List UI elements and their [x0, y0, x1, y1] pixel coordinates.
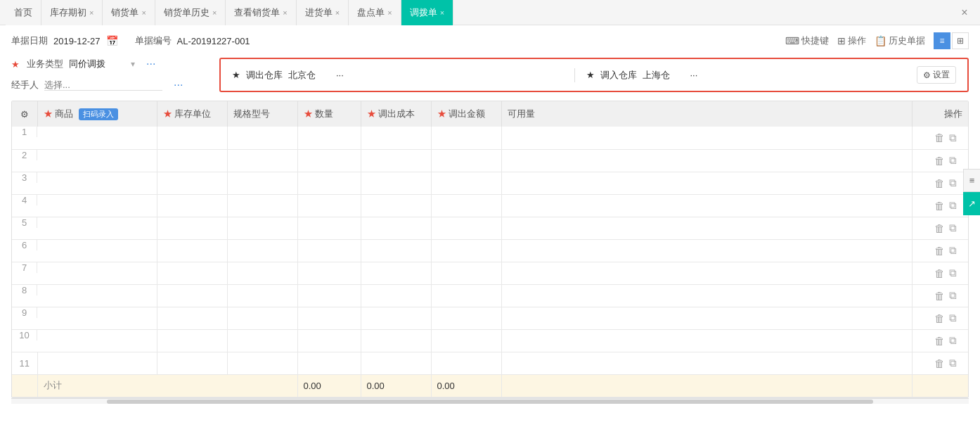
out-warehouse-more-icon[interactable]: ··· — [336, 70, 344, 80]
row-5-unit[interactable] — [157, 217, 227, 239]
row-9-unit[interactable] — [157, 307, 227, 329]
tab-transfer-order-close[interactable]: × — [440, 8, 444, 17]
row-7-unit[interactable] — [157, 262, 227, 284]
close-all-tabs[interactable]: × — [955, 3, 974, 23]
row-11-unit[interactable] — [157, 352, 227, 374]
row-11-quantity[interactable] — [297, 352, 361, 374]
row-6-cost[interactable] — [361, 239, 431, 262]
right-toolbar-expand-btn[interactable]: ↗ — [963, 192, 980, 215]
row-8-cost[interactable] — [361, 284, 431, 307]
delete-icon-9[interactable]: 🗑 — [934, 312, 945, 324]
row-11-product[interactable] — [37, 352, 157, 374]
right-toolbar-list-btn[interactable]: ≡ — [963, 169, 980, 192]
row-4-amount[interactable] — [431, 194, 501, 217]
row-3-cost[interactable] — [361, 172, 431, 194]
row-3-unit[interactable] — [157, 172, 227, 194]
row-9-cost[interactable] — [361, 307, 431, 329]
row-2-amount[interactable] — [431, 149, 501, 172]
row-11-available[interactable] — [501, 352, 912, 374]
tab-stocktake-close[interactable]: × — [387, 8, 392, 17]
tab-sales-history[interactable]: 销货单历史 × — [155, 0, 226, 25]
agent-input[interactable] — [44, 79, 162, 91]
row-8-amount[interactable] — [431, 284, 501, 307]
business-type-value[interactable]: 同价调拨 — [69, 58, 125, 70]
row-5-quantity[interactable] — [297, 217, 361, 239]
horizontal-scrollbar[interactable] — [11, 398, 969, 404]
row-5-spec[interactable] — [227, 217, 297, 239]
row-5-product[interactable] — [37, 217, 157, 239]
scan-btn[interactable]: 扫码录入 — [79, 108, 118, 120]
col-gear[interactable]: ⚙ — [12, 101, 37, 127]
warehouse-settings-btn[interactable]: ⚙ 设置 — [917, 66, 956, 84]
row-4-cost[interactable] — [361, 194, 431, 217]
row-2-spec[interactable] — [227, 149, 297, 172]
delete-icon-3[interactable]: 🗑 — [934, 177, 945, 189]
row-2-quantity[interactable] — [297, 149, 361, 172]
row-10-cost[interactable] — [361, 329, 431, 352]
out-warehouse-value[interactable]: 北京仓 — [288, 69, 330, 82]
row-11-cost[interactable] — [361, 352, 431, 374]
copy-icon-10[interactable]: ⧉ — [949, 334, 957, 347]
copy-icon-2[interactable]: ⧉ — [949, 154, 957, 167]
row-10-spec[interactable] — [227, 329, 297, 352]
row-7-cost[interactable] — [361, 262, 431, 284]
row-6-unit[interactable] — [157, 239, 227, 262]
operations-action[interactable]: ⊞ 操作 — [837, 34, 866, 47]
row-7-product[interactable] — [37, 262, 157, 284]
row-7-spec[interactable] — [227, 262, 297, 284]
agent-more-icon[interactable]: ··· — [174, 79, 183, 91]
row-1-unit[interactable] — [157, 127, 227, 149]
shortcut-action[interactable]: ⌨ 快捷键 — [785, 34, 829, 47]
business-type-dropdown-icon[interactable]: ▾ — [131, 59, 135, 69]
row-11-amount[interactable] — [431, 352, 501, 374]
tab-sales-order[interactable]: 销货单 × — [103, 0, 155, 25]
copy-icon-5[interactable]: ⧉ — [949, 222, 957, 234]
row-10-product[interactable] — [37, 329, 157, 352]
row-6-spec[interactable] — [227, 239, 297, 262]
row-7-available[interactable] — [501, 262, 912, 284]
row-10-available[interactable] — [501, 329, 912, 352]
row-1-spec[interactable] — [227, 127, 297, 149]
row-4-unit[interactable] — [157, 194, 227, 217]
row-7-quantity[interactable] — [297, 262, 361, 284]
tab-sales-order-close[interactable]: × — [141, 8, 146, 17]
row-5-available[interactable] — [501, 217, 912, 239]
row-8-quantity[interactable] — [297, 284, 361, 307]
row-4-spec[interactable] — [227, 194, 297, 217]
row-4-product[interactable] — [37, 194, 157, 217]
row-10-amount[interactable] — [431, 329, 501, 352]
tab-view-sales[interactable]: 查看销货单 × — [226, 0, 296, 25]
delete-icon-10[interactable]: 🗑 — [934, 335, 945, 347]
row-3-available[interactable] — [501, 172, 912, 194]
row-8-available[interactable] — [501, 284, 912, 307]
row-9-product[interactable] — [37, 307, 157, 329]
delete-icon-5[interactable]: 🗑 — [934, 222, 945, 234]
tab-inventory-init-close[interactable]: × — [89, 8, 94, 17]
delete-icon-2[interactable]: 🗑 — [934, 155, 945, 167]
tab-stocktake[interactable]: 盘点单 × — [349, 0, 401, 25]
copy-icon-6[interactable]: ⧉ — [949, 244, 957, 257]
row-6-amount[interactable] — [431, 239, 501, 262]
row-9-spec[interactable] — [227, 307, 297, 329]
scroll-thumb[interactable] — [107, 400, 873, 404]
delete-icon-1[interactable]: 🗑 — [934, 132, 945, 144]
copy-icon-9[interactable]: ⧉ — [949, 312, 957, 324]
delete-icon-11[interactable]: 🗑 — [934, 357, 945, 369]
row-3-amount[interactable] — [431, 172, 501, 194]
row-1-available[interactable] — [501, 127, 912, 149]
tab-inventory-init[interactable]: 库存期初 × — [41, 0, 103, 25]
row-3-product[interactable] — [37, 172, 157, 194]
tab-purchase-order[interactable]: 进货单 × — [297, 0, 349, 25]
row-6-quantity[interactable] — [297, 239, 361, 262]
row-2-available[interactable] — [501, 149, 912, 172]
business-type-more-icon[interactable]: ··· — [146, 58, 155, 70]
row-8-product[interactable] — [37, 284, 157, 307]
tab-purchase-order-close[interactable]: × — [335, 8, 340, 17]
row-2-product[interactable] — [37, 149, 157, 172]
grid-btn-list[interactable]: ≡ — [934, 32, 950, 49]
copy-icon-8[interactable]: ⧉ — [949, 289, 957, 302]
row-9-quantity[interactable] — [297, 307, 361, 329]
copy-icon-1[interactable]: ⧉ — [949, 132, 957, 144]
row-2-cost[interactable] — [361, 149, 431, 172]
row-5-cost[interactable] — [361, 217, 431, 239]
